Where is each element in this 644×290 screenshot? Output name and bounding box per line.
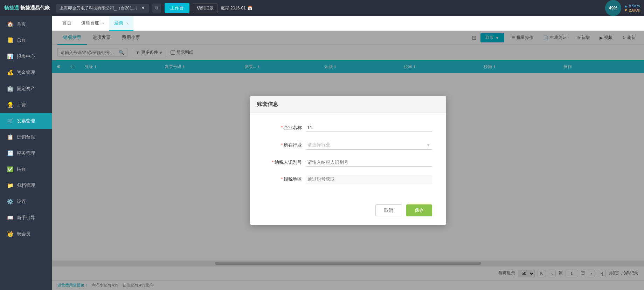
sidebar-item-purchase[interactable]: 📋 进销台账	[0, 129, 52, 145]
sidebar-item-ledger[interactable]: 📒 总账	[0, 32, 52, 48]
save-button[interactable]: 保存	[406, 204, 432, 216]
settings-icon: ⚙️	[7, 198, 13, 205]
home-icon: 🏠	[7, 21, 13, 27]
vip-icon: 👑	[7, 231, 13, 237]
salary-icon: 👷	[7, 102, 13, 108]
sidebar-label-funds: 资金管理	[17, 69, 35, 76]
purchase-icon: 📋	[7, 134, 13, 140]
company-name-field	[306, 123, 432, 132]
sidebar-label-home: 首页	[17, 21, 26, 27]
tax-region-input	[306, 175, 432, 183]
tax-id-input[interactable]	[306, 158, 432, 167]
settle-icon: ✅	[7, 166, 13, 173]
sidebar-item-home[interactable]: 🏠 首页	[0, 16, 52, 32]
sidebar-label-purchase: 进销台账	[17, 134, 35, 140]
form-row-industry: *所在行业 请选择行业 ▼	[264, 140, 432, 150]
top-bar: 畅捷通畅捷通易代账 上海卯金刀电子科技有限公司_（台201...） ▼ ⧉ 工作…	[0, 0, 644, 16]
sidebar-label-ledger: 总账	[17, 37, 26, 43]
speed-info: ▲ 8.5K/s ▼ 2.6K/s	[624, 4, 640, 12]
sidebar-label-salary: 工资	[17, 102, 26, 108]
sidebar-item-settle[interactable]: ✅ 结账	[0, 161, 52, 177]
industry-label: *所在行业	[264, 142, 306, 148]
industry-select[interactable]: 请选择行业 ▼	[306, 140, 432, 150]
company-name-label: *企业名称	[264, 124, 306, 131]
content-area: 首页 进销台账 × 发票 × 销项发票 进项发票 费用小	[52, 16, 644, 290]
copy-icon-btn[interactable]: ⧉	[152, 4, 161, 13]
form-row-tax-region: *报税地区	[264, 175, 432, 183]
sidebar-item-tax[interactable]: 🧾 税务管理	[0, 145, 52, 161]
sidebar-item-settings[interactable]: ⚙️ 设置	[0, 194, 52, 210]
modal-overlay: 账套信息 *企业名称	[52, 31, 644, 290]
dialog-account-info: 账套信息 *企业名称	[250, 96, 446, 225]
tax-id-field	[306, 158, 432, 167]
dialog-title: 账套信息	[250, 96, 446, 113]
cancel-button[interactable]: 取消	[375, 204, 402, 216]
industry-field: 请选择行业 ▼	[306, 140, 432, 150]
tax-region-field	[306, 175, 432, 183]
tax-region-label: *报税地区	[264, 176, 306, 182]
sidebar-label-settings: 设置	[17, 198, 26, 205]
sidebar-item-guide[interactable]: 📖 新手引导	[0, 210, 52, 226]
tab-purchase[interactable]: 进销台账 ×	[76, 16, 109, 31]
tab-home[interactable]: 首页	[57, 16, 76, 31]
sidebar-label-guide: 新手引导	[17, 215, 35, 221]
invoice-icon: 🛒	[7, 118, 13, 124]
old-version-button[interactable]: 切到旧版	[193, 3, 217, 13]
dialog-footer: 取消 保存	[250, 199, 446, 225]
funds-icon: 💰	[7, 69, 13, 76]
guide-icon: 📖	[7, 215, 13, 221]
sidebar-label-invoice: 发票管理	[17, 118, 35, 124]
sidebar-label-reports: 报表中心	[17, 53, 35, 60]
tab-invoice[interactable]: 发票 ×	[109, 16, 133, 31]
period-info: 账期 2016-01 📅	[221, 5, 252, 11]
sidebar-label-tax: 税务管理	[17, 150, 35, 156]
tax-id-label: *纳税人识别号	[264, 159, 306, 166]
tab-close-purchase[interactable]: ×	[102, 21, 104, 25]
sidebar-label-settle: 结账	[17, 166, 26, 173]
ledger-icon: 📒	[7, 37, 13, 43]
workbench-button[interactable]: 工作台	[165, 3, 189, 13]
tab-bar: 首页 进销台账 × 发票 ×	[52, 16, 644, 31]
tab-close-invoice[interactable]: ×	[126, 21, 128, 25]
sidebar-item-invoice[interactable]: 🛒 发票管理	[0, 113, 52, 129]
chevron-down-icon: ▼	[141, 6, 145, 11]
dialog-body: *企业名称 *所在行业	[250, 113, 446, 199]
app-logo: 畅捷通畅捷通易代账	[4, 5, 50, 11]
company-name-input[interactable]	[306, 123, 432, 132]
sidebar-item-funds[interactable]: 💰 资金管理	[0, 65, 52, 81]
sidebar-item-archive[interactable]: 📁 归档管理	[0, 177, 52, 194]
speed-indicator: 49%	[605, 0, 621, 16]
sidebar: 🏠 首页 📒 总账 📊 报表中心 💰 资金管理 🏢 固定资产 👷 工资 🛒 发票…	[0, 16, 52, 290]
sidebar-item-assets[interactable]: 🏢 固定资产	[0, 81, 52, 97]
sidebar-item-reports[interactable]: 📊 报表中心	[0, 48, 52, 65]
tax-icon: 🧾	[7, 150, 13, 156]
company-selector[interactable]: 上海卯金刀电子科技有限公司_（台201...） ▼	[56, 4, 149, 13]
industry-dropdown-icon: ▼	[426, 142, 431, 148]
assets-icon: 🏢	[7, 86, 13, 92]
sidebar-label-archive: 归档管理	[17, 182, 35, 189]
calendar-icon[interactable]: 📅	[247, 6, 252, 11]
sidebar-item-vip[interactable]: 👑 畅会员	[0, 226, 52, 242]
company-name: 上海卯金刀电子科技有限公司_（台201...）	[60, 5, 140, 11]
sidebar-item-salary[interactable]: 👷 工资	[0, 97, 52, 113]
form-row-company-name: *企业名称	[264, 123, 432, 132]
archive-icon: 📁	[7, 182, 13, 189]
reports-icon: 📊	[7, 53, 13, 60]
form-row-tax-id: *纳税人识别号	[264, 158, 432, 167]
sidebar-label-vip: 畅会员	[17, 231, 30, 237]
sidebar-label-assets: 固定资产	[17, 86, 35, 92]
